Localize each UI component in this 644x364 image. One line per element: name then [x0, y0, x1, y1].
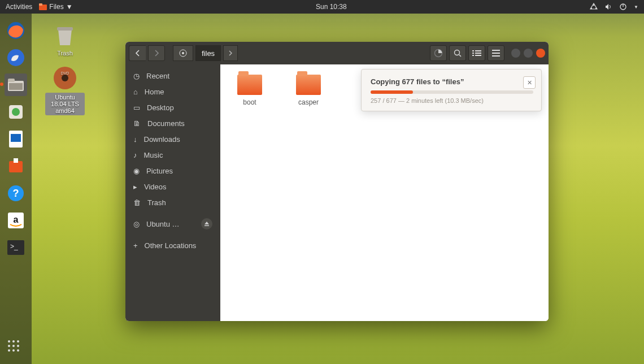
path-current[interactable]: files	[195, 45, 221, 61]
sidebar-item-label: Home	[145, 88, 164, 96]
sidebar-item-label: Music	[144, 151, 163, 159]
hamburger-menu-button[interactable]	[488, 45, 504, 61]
sidebar-item-music[interactable]: ♪Music	[125, 147, 220, 163]
document-icon: 🗎	[133, 119, 141, 128]
svg-point-40	[455, 50, 460, 55]
window-minimize-button[interactable]	[511, 49, 520, 58]
desktop-dvd[interactable]: DVD Ubuntu 18.04 LTS amd64	[45, 64, 85, 115]
dock-app-help[interactable]: ?	[5, 182, 27, 205]
dock-app-terminal[interactable]: >_	[5, 236, 27, 259]
volume-icon[interactable]	[604, 3, 612, 11]
svg-point-13	[12, 108, 20, 116]
dock-app-rhythmbox[interactable]	[5, 101, 27, 123]
activities-button[interactable]: Activities	[6, 3, 32, 11]
clock[interactable]: Sun 10:38	[316, 3, 347, 11]
sidebar-item-trash[interactable]: 🗑Trash	[125, 194, 220, 210]
sidebar-item-videos[interactable]: ▸Videos	[125, 179, 220, 194]
power-icon[interactable]	[619, 3, 627, 11]
svg-line-41	[459, 55, 461, 57]
sidebar-item-mount[interactable]: ◎ Ubuntu …	[125, 216, 220, 232]
folder-item[interactable]: boot	[232, 75, 268, 106]
svg-rect-10	[8, 79, 15, 82]
folder-item[interactable]: casper	[290, 75, 327, 106]
svg-point-28	[12, 345, 15, 347]
svg-rect-17	[14, 158, 18, 163]
show-applications-button[interactable]	[7, 339, 25, 357]
dock-app-firefox[interactable]	[5, 19, 27, 42]
sidebar-item-other-locations[interactable]: +Other Locations	[125, 237, 220, 253]
dock-app-files[interactable]	[5, 73, 27, 96]
back-button[interactable]	[129, 45, 146, 61]
sidebar-item-label: Documents	[147, 119, 185, 128]
svg-rect-45	[475, 53, 481, 54]
dock-app-amazon[interactable]: a	[5, 209, 27, 232]
folder-label: boot	[232, 98, 268, 106]
dock-app-thunderbird[interactable]	[5, 46, 27, 69]
svg-rect-49	[492, 53, 500, 54]
view-toggle-button[interactable]	[468, 45, 485, 61]
sidebar-item-documents[interactable]: 🗎Documents	[125, 115, 220, 131]
dock-app-software[interactable]	[5, 155, 27, 177]
app-menu[interactable]: Files ▼	[39, 3, 72, 11]
svg-rect-15	[11, 134, 21, 142]
desktop-trash[interactable]: Trash	[45, 21, 85, 57]
search-button[interactable]	[449, 45, 466, 61]
top-bar: Activities Files ▼ Sun 10:38 ▼	[0, 0, 644, 14]
svg-text:DVD: DVD	[61, 71, 69, 75]
pictures-icon: ◉	[133, 167, 140, 175]
network-icon[interactable]	[590, 3, 598, 11]
folder-icon	[296, 75, 321, 95]
places-sidebar: ◷Recent ⌂Home ▭Desktop 🗎Documents ↓Downl…	[125, 64, 220, 321]
sidebar-item-home[interactable]: ⌂Home	[125, 84, 220, 99]
copy-title: Copying 677 files to “files”	[371, 77, 533, 86]
trash-icon: 🗑	[133, 198, 141, 207]
clock-icon: ◷	[133, 72, 140, 80]
sidebar-item-recent[interactable]: ◷Recent	[125, 68, 220, 84]
svg-rect-1	[39, 3, 42, 6]
app-menu-label: Files	[49, 3, 63, 11]
sidebar-item-downloads[interactable]: ↓Downloads	[125, 131, 220, 147]
disc-icon: DVD	[51, 64, 79, 92]
sidebar-item-label: Downloads	[144, 135, 180, 144]
svg-rect-46	[472, 55, 474, 56]
eject-button[interactable]	[201, 218, 212, 229]
sidebar-item-label: Ubuntu …	[146, 220, 180, 228]
sidebar-item-label: Other Locations	[145, 241, 197, 250]
download-icon: ↓	[133, 135, 137, 144]
folder-icon	[237, 75, 262, 95]
plus-icon: +	[133, 241, 138, 250]
path-overflow-button[interactable]	[223, 45, 238, 61]
music-icon: ♪	[133, 151, 137, 159]
sidebar-item-label: Trash	[147, 198, 166, 207]
chevron-down-icon[interactable]: ▼	[634, 5, 638, 10]
folder-label: casper	[290, 98, 327, 106]
trash-icon	[51, 21, 79, 49]
progress-bar	[371, 90, 533, 94]
progress-indicator-button[interactable]	[430, 45, 447, 61]
window-maximize-button[interactable]	[524, 49, 533, 58]
path-disc-button[interactable]	[173, 45, 193, 61]
dock-app-writer[interactable]	[5, 128, 27, 150]
svg-point-25	[12, 340, 15, 343]
disc-icon: ◎	[133, 220, 140, 228]
svg-point-31	[12, 349, 15, 352]
svg-rect-50	[492, 55, 500, 57]
sidebar-item-pictures[interactable]: ◉Pictures	[125, 163, 220, 179]
sidebar-item-desktop[interactable]: ▭Desktop	[125, 99, 220, 115]
progress-fill	[371, 90, 413, 94]
forward-button[interactable]	[148, 45, 165, 61]
svg-text:?: ?	[13, 188, 19, 199]
sidebar-item-label: Desktop	[147, 103, 174, 112]
svg-point-35	[62, 75, 68, 81]
svg-point-27	[8, 345, 10, 347]
svg-point-38	[182, 52, 184, 54]
cancel-copy-button[interactable]: ✕	[523, 76, 536, 89]
svg-rect-43	[475, 50, 481, 51]
window-close-button[interactable]	[536, 49, 545, 58]
svg-rect-48	[492, 50, 500, 51]
files-view[interactable]: boot casper ✕ Copying 677 files to “file…	[220, 64, 549, 321]
svg-rect-11	[9, 83, 23, 90]
sidebar-item-label: Recent	[146, 72, 169, 80]
files-window: files ◷Recent ⌂Home ▭Desktop 🗎Documents	[125, 42, 549, 321]
copy-status: 257 / 677 — 2 minutes left (10.3 MB/sec)	[371, 97, 533, 104]
